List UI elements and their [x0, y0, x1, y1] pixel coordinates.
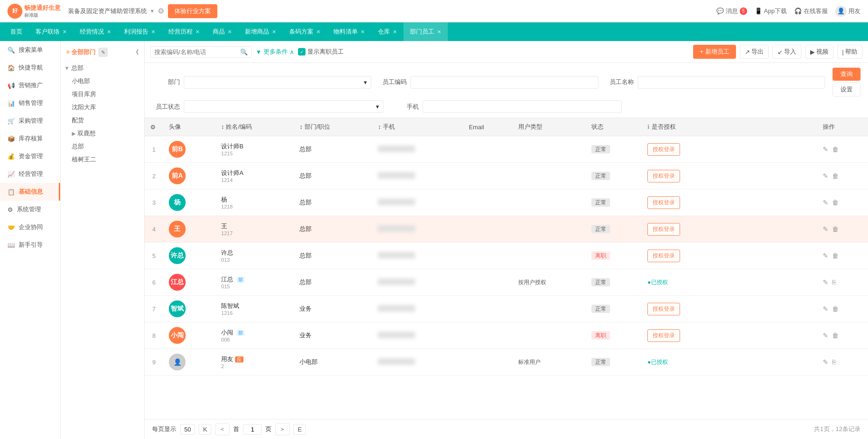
delete-icon[interactable]: 🗑 [832, 146, 839, 153]
tab-profit[interactable]: 利润报告 ✕ [118, 22, 162, 41]
dept-node-root[interactable]: ▼总部 [61, 62, 144, 75]
auth-button[interactable]: 授权登录 [647, 170, 680, 182]
close-icon[interactable]: ✕ [151, 29, 155, 35]
col-phone[interactable]: ↕ 手机 [372, 118, 463, 136]
help-button[interactable]: |帮助 [837, 45, 862, 59]
next-page-button[interactable]: ＞ [275, 423, 290, 435]
tab-warehouse[interactable]: 仓库 ✕ [371, 22, 403, 41]
sidebar-item-finance[interactable]: 💰 资金管理 [0, 147, 60, 165]
col-name[interactable]: ↕ 姓名/编码 [215, 118, 294, 136]
tab-bom[interactable]: 物料清单 ✕ [327, 22, 371, 41]
tab-customer[interactable]: 客户联络 ✕ [29, 22, 73, 41]
auth-button[interactable]: 授权登录 [647, 196, 680, 209]
sidebar-item-sales[interactable]: 📊 销售管理 [0, 94, 60, 112]
delete-icon[interactable]: 🗑 [832, 225, 839, 233]
sidebar-item-system[interactable]: ⚙ 系统管理 [0, 201, 60, 218]
edit-icon[interactable]: ✎ [823, 172, 828, 180]
delete-icon[interactable]: 🗑 [832, 199, 839, 206]
add-employee-button[interactable]: + 新增员工 [693, 45, 736, 59]
dept-select[interactable]: ▾ [184, 76, 371, 89]
collapse-icon[interactable]: 《 [133, 49, 139, 56]
sidebar-item-purchase[interactable]: 🛒 采购管理 [0, 112, 60, 130]
phone-input[interactable] [423, 100, 622, 113]
edit-icon[interactable]: ✎ [823, 146, 828, 153]
sidebar-item-nav[interactable]: 🏠 快捷导航 [0, 59, 60, 77]
edit-icon[interactable]: ✎ [823, 199, 828, 206]
dept-node-shenyang[interactable]: 沈阳大库 [61, 101, 144, 114]
dept-node-xiaodian[interactable]: 小电部 [61, 75, 144, 88]
trial-button[interactable]: 体验行业方案 [168, 4, 217, 18]
close-icon[interactable]: ✕ [361, 29, 365, 35]
delete-icon[interactable]: 🗑 [832, 332, 839, 339]
page-input[interactable] [243, 424, 262, 435]
close-icon[interactable]: ✕ [107, 29, 111, 35]
emp-status-select[interactable]: ▾ [184, 100, 383, 113]
sidebar-item-collab[interactable]: 🤝 企业协同 [0, 218, 60, 236]
last-page-button[interactable]: E [293, 424, 306, 435]
delete-icon[interactable]: 🗑 [832, 172, 839, 180]
import-button[interactable]: ↙导入 [772, 45, 801, 59]
edit-icon[interactable]: ✎ [823, 225, 828, 233]
edit-icon[interactable]: ✎ [823, 252, 828, 259]
edit-icon[interactable]: ✎ [823, 358, 828, 366]
per-page-select[interactable]: 50 [180, 424, 195, 435]
copy-icon[interactable]: ⎘ [832, 279, 836, 286]
delete-icon[interactable]: 🗑 [832, 252, 839, 259]
sidebar-item-marketing[interactable]: 📢 营销推广 [0, 77, 60, 94]
tab-operation[interactable]: 经营情况 ✕ [73, 22, 118, 41]
dept-node-project[interactable]: 项目库房 [61, 88, 144, 101]
user-menu[interactable]: 👤 用友 [835, 6, 861, 17]
tab-history[interactable]: 经营历程 ✕ [162, 22, 206, 41]
tab-home[interactable]: 首页 [4, 22, 29, 41]
sidebar-item-search[interactable]: 🔍 搜索菜单 [0, 41, 60, 59]
close-icon[interactable]: ✕ [393, 29, 397, 35]
emp-code-input[interactable] [410, 76, 598, 89]
auth-button[interactable]: 授权登录 [647, 250, 680, 262]
tab-product[interactable]: 商品 ✕ [206, 22, 238, 41]
show-resigned-toggle[interactable]: ✓ 显示离职员工 [298, 48, 344, 56]
search-input[interactable] [154, 49, 238, 56]
auth-button[interactable]: 授权登录 [647, 223, 680, 236]
setting-button[interactable]: 设置 [833, 83, 861, 97]
dept-node-shuanglu[interactable]: ▶双鹿想 [61, 127, 144, 140]
close-icon[interactable]: ✕ [316, 29, 320, 35]
delete-icon[interactable]: 🗑 [832, 305, 839, 313]
dept-node-peihuo[interactable]: 配货 [61, 114, 144, 127]
close-icon[interactable]: ✕ [272, 29, 276, 35]
sidebar-item-guide[interactable]: 📖 新手引导 [0, 236, 60, 254]
sidebar-item-inventory[interactable]: 📦 库存核算 [0, 130, 60, 147]
filter-more-button[interactable]: ▼ 更多条件 ∧ [256, 48, 294, 56]
message-button[interactable]: 💬 消息 5 [716, 7, 747, 15]
topbar-arrow-icon[interactable]: ▾ [151, 7, 154, 14]
close-icon[interactable]: ✕ [228, 29, 232, 35]
edit-icon[interactable]: ✎ [823, 305, 828, 313]
close-icon[interactable]: ✕ [62, 29, 67, 35]
close-icon[interactable]: ✕ [437, 29, 441, 35]
first-page-button[interactable]: K [199, 424, 211, 435]
tab-new-product[interactable]: 新增商品 ✕ [238, 22, 283, 41]
close-icon[interactable]: ✕ [195, 29, 200, 35]
gear-icon[interactable]: ⚙ [158, 7, 164, 15]
dept-edit-icon[interactable]: ✎ [98, 48, 108, 57]
dept-node-zongbu[interactable]: 总部 [61, 140, 144, 153]
dept-node-zhishu[interactable]: 植树王二 [61, 153, 144, 166]
copy-icon[interactable]: ⎘ [832, 358, 836, 366]
export-button[interactable]: ↗导出 [740, 45, 769, 59]
emp-name-input[interactable] [638, 76, 825, 89]
auth-button[interactable]: 授权登录 [647, 303, 680, 315]
view-button[interactable]: ▶视频 [805, 45, 833, 59]
tab-barcode[interactable]: 条码方案 ✕ [283, 22, 327, 41]
edit-icon[interactable]: ✎ [823, 332, 828, 339]
tab-employee[interactable]: 部门员工 ✕ [403, 22, 448, 41]
prev-page-button[interactable]: ＜ [215, 423, 229, 435]
sidebar-item-operation[interactable]: 📈 经营管理 [0, 165, 60, 183]
col-settings[interactable]: ⚙ [145, 118, 163, 136]
auth-button[interactable]: 授权登录 [647, 143, 680, 156]
app-download-button[interactable]: 📱 App下载 [755, 7, 787, 15]
query-button[interactable]: 查询 [833, 68, 861, 81]
auth-button[interactable]: 授权登录 [647, 329, 680, 342]
sidebar-item-basic[interactable]: 📋 基础信息 [0, 183, 60, 201]
edit-icon[interactable]: ✎ [823, 279, 828, 286]
online-service-button[interactable]: 🎧 在线客服 [794, 7, 828, 15]
col-dept[interactable]: ↕ 部门/职位 [294, 118, 372, 136]
